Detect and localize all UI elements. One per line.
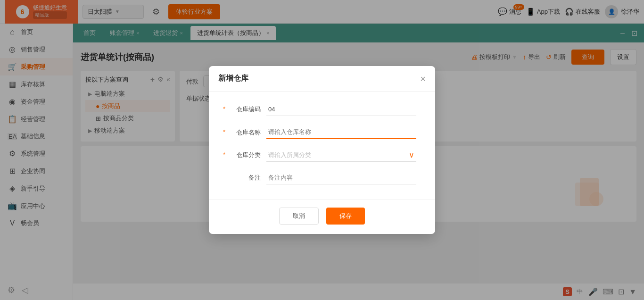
modal-title: 新增仓库 [218,74,248,83]
required-star: * [223,105,225,112]
cancel-button[interactable]: 取消 [279,208,319,225]
required-star-name: * [223,128,225,135]
modal-body: * 仓库编码 * 仓库名称 * 仓库分类 请输入 [209,92,435,200]
category-label: * 仓库分类 [228,151,261,159]
form-row-code: * 仓库编码 [228,103,416,116]
note-input[interactable] [266,171,416,184]
form-row-category: * 仓库分类 请输入所属分类 ∨ [228,149,416,162]
required-star-cat: * [223,151,225,158]
modal-footer: 取消 保存 [209,200,435,234]
new-warehouse-modal: 新增仓库 × * 仓库编码 * 仓库名称 [209,66,435,234]
modal-header: 新增仓库 × [209,66,435,92]
warehouse-code-input[interactable] [266,103,416,116]
form-row-name: * 仓库名称 [228,125,416,139]
save-button[interactable]: 保存 [326,208,365,225]
code-label: * 仓库编码 [228,105,261,114]
modal-close-button[interactable]: × [420,74,426,83]
warehouse-name-input[interactable] [266,125,416,139]
name-label: * 仓库名称 [228,128,261,137]
category-arrow-icon: ∨ [409,150,414,159]
modal-overlay: 新增仓库 × * 仓库编码 * 仓库名称 [0,0,644,300]
form-row-note: 备注 [228,171,416,184]
note-label: 备注 [228,174,261,182]
category-select-text: 请输入所属分类 [268,151,409,159]
category-select-wrap[interactable]: 请输入所属分类 ∨ [266,149,416,162]
